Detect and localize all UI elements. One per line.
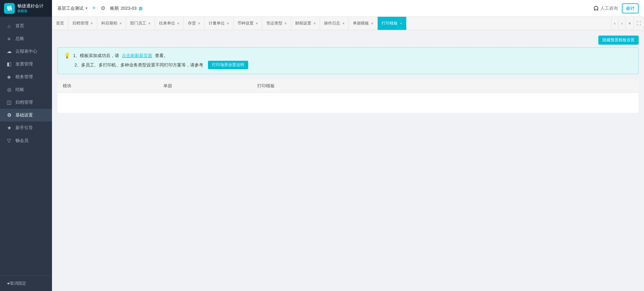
tab-subject-label: 科目期初 <box>101 20 117 26</box>
sidebar-item-invoice[interactable]: ◧ 发票管理 <box>0 58 52 70</box>
logo-icon: 畅 <box>4 3 15 14</box>
sidebar-item-member[interactable]: ▽ 畅会员 <box>0 134 52 147</box>
tab-home[interactable]: 首页 <box>52 17 68 30</box>
add-tab-button[interactable]: + <box>91 5 97 12</box>
sidebar-item-label: 总账 <box>15 36 24 42</box>
company-selector[interactable]: 基层工会测试 ▾ <box>57 5 88 11</box>
topbar: 基层工会测试 ▾ + ⚙ 账期 2023-03 ▦ 🎧 人工咨询 会计 <box>52 0 644 17</box>
sidebar-item-label: 云报表中心 <box>15 48 37 54</box>
close-icon[interactable]: × <box>148 21 151 26</box>
sidebar-item-reports[interactable]: ☁ 云报表中心 <box>0 45 52 58</box>
tab-home-label: 首页 <box>56 20 64 26</box>
content-area: 隐藏预置模板设置 💡 1、模板添加成功后，请 点击刷新新页面 查看。 2、多员工… <box>52 30 644 291</box>
table-header: 模块 单据 打印模板 <box>57 80 639 93</box>
table-body <box>57 93 639 113</box>
hide-template-button[interactable]: 隐藏预置模板设置 <box>598 36 639 45</box>
settings-icon[interactable]: ⚙ <box>101 5 105 11</box>
tab-maximize-button[interactable]: ⛶ <box>634 17 644 30</box>
main-area: 基层工会测试 ▾ + ⚙ 账期 2023-03 ▦ 🎧 人工咨询 会计 首页 归… <box>52 0 644 291</box>
period-selector[interactable]: 账期 2023-03 ▦ <box>110 5 143 11</box>
tab-partner-label: 往来单位 <box>159 20 175 26</box>
tab-voucher-type[interactable]: 凭证类型 × <box>262 17 291 30</box>
tab-print-template[interactable]: 打印模板 × <box>378 17 407 30</box>
notice-row-2: 2、多员工、多打印机、多种业务类型设置不同打印方案等，请参考 打印场景设置说明 <box>64 61 632 69</box>
home-icon: ⌂ <box>6 23 12 29</box>
sidebar-item-archive[interactable]: ◫ 归档管理 <box>0 96 52 109</box>
human-service-label: 人工咨询 <box>600 5 618 11</box>
unpin-label: ◄取消固定 <box>6 281 26 286</box>
company-name: 基层工会测试 <box>57 5 84 11</box>
tab-unit-label: 计量单位 <box>209 20 225 26</box>
tab-next-button[interactable]: › <box>619 17 626 30</box>
sidebar-item-label: 发票管理 <box>15 61 33 67</box>
cloud-icon: ☁ <box>6 48 12 54</box>
close-icon[interactable]: × <box>284 21 287 26</box>
col-single-header: 单据 <box>163 83 257 89</box>
chevron-down-icon: ▾ <box>86 6 88 10</box>
sidebar-item-basic[interactable]: ⚙ 基础设置 <box>0 109 52 122</box>
tab-department[interactable]: 部门员工 × <box>126 17 155 30</box>
logo-sub: 旗舰版 <box>17 9 44 13</box>
sidebar-item-guide[interactable]: ★ 新手引导 <box>0 122 52 134</box>
print-template-table: 模块 单据 打印模板 <box>57 80 639 113</box>
refresh-page-link[interactable]: 点击刷新新页面 <box>122 53 152 59</box>
tab-receipt-template[interactable]: 单据模板 × <box>349 17 378 30</box>
close-icon[interactable]: × <box>119 21 122 26</box>
close-icon[interactable]: × <box>256 21 258 26</box>
tab-archive[interactable]: 归档管理 × <box>68 17 97 30</box>
human-service-button[interactable]: 🎧 人工咨询 <box>593 5 618 11</box>
sidebar-item-label: 结账 <box>15 87 24 93</box>
archive-icon: ◫ <box>6 99 12 105</box>
sidebar-item-label: 税务管理 <box>15 74 33 80</box>
hide-template-container: 隐藏预置模板设置 <box>57 36 639 45</box>
close-icon[interactable]: × <box>371 21 373 26</box>
topbar-right: 🎧 人工咨询 会计 <box>593 3 639 13</box>
close-icon[interactable]: × <box>227 21 229 26</box>
member-icon: ▽ <box>6 138 12 144</box>
headset-icon: 🎧 <box>593 6 599 11</box>
sidebar-logo: 畅 畅捷通好会计 旗舰版 <box>0 0 52 17</box>
sidebar: 畅 畅捷通好会计 旗舰版 ⌂ 首页 ≡ 总账 ☁ 云报表中心 ◧ 发票管理 ◈ … <box>0 0 52 291</box>
close-icon[interactable]: × <box>91 21 93 26</box>
sidebar-item-tax[interactable]: ◈ 税务管理 <box>0 70 52 83</box>
kuaiji-button[interactable]: 会计 <box>622 3 639 13</box>
close-icon[interactable]: × <box>342 21 344 26</box>
col-template-header: 打印模板 <box>257 83 633 89</box>
tab-tax-settings-label: 财税设置 <box>295 20 311 26</box>
tab-close-all-button[interactable]: × <box>626 17 634 30</box>
invoice-icon: ◧ <box>6 61 12 67</box>
sidebar-item-label: 首页 <box>15 23 24 29</box>
tab-tax-settings[interactable]: 财税设置 × <box>291 17 320 30</box>
sidebar-item-label: 基础设置 <box>15 112 33 118</box>
sidebar-nav: ⌂ 首页 ≡ 总账 ☁ 云报表中心 ◧ 发票管理 ◈ 税务管理 ◎ 结账 ◫ 归… <box>0 17 52 276</box>
period-value: 2023-03 <box>121 6 137 11</box>
calendar-icon: ▦ <box>139 6 143 11</box>
tab-archive-label: 归档管理 <box>72 20 89 26</box>
tab-unit[interactable]: 计量单位 × <box>205 17 233 30</box>
tab-partner[interactable]: 往来单位 × <box>155 17 184 30</box>
close-icon[interactable]: × <box>177 21 179 26</box>
close-icon[interactable]: × <box>400 21 402 26</box>
tab-prev-button[interactable]: ‹ <box>611 17 619 30</box>
tax-icon: ◈ <box>6 74 12 80</box>
sidebar-item-settlement[interactable]: ◎ 结账 <box>0 83 52 96</box>
print-scene-button[interactable]: 打印场景设置说明 <box>208 61 248 69</box>
sidebar-item-home[interactable]: ⌂ 首页 <box>0 19 52 32</box>
tab-currency[interactable]: 币种设置 × <box>233 17 262 30</box>
tab-operation-log[interactable]: 操作日志 × <box>320 17 349 30</box>
ledger-icon: ≡ <box>6 36 12 42</box>
close-icon[interactable]: × <box>313 21 316 26</box>
close-icon[interactable]: × <box>198 21 200 26</box>
sidebar-item-label: 归档管理 <box>15 99 33 105</box>
tab-inventory-label: 存货 <box>188 20 196 26</box>
period-label: 账期 <box>110 5 119 11</box>
tab-inventory[interactable]: 存货 × <box>184 17 205 30</box>
tab-operation-log-label: 操作日志 <box>324 20 340 26</box>
tab-department-label: 部门员工 <box>130 20 146 26</box>
tab-subject[interactable]: 科目期初 × <box>97 17 126 30</box>
sidebar-item-label: 新手引导 <box>15 125 33 131</box>
sidebar-item-ledger[interactable]: ≡ 总账 <box>0 32 52 45</box>
gear-icon: ⚙ <box>6 112 12 118</box>
tab-receipt-template-label: 单据模板 <box>353 20 369 26</box>
sidebar-footer-unpin[interactable]: ◄取消固定 <box>0 276 52 291</box>
